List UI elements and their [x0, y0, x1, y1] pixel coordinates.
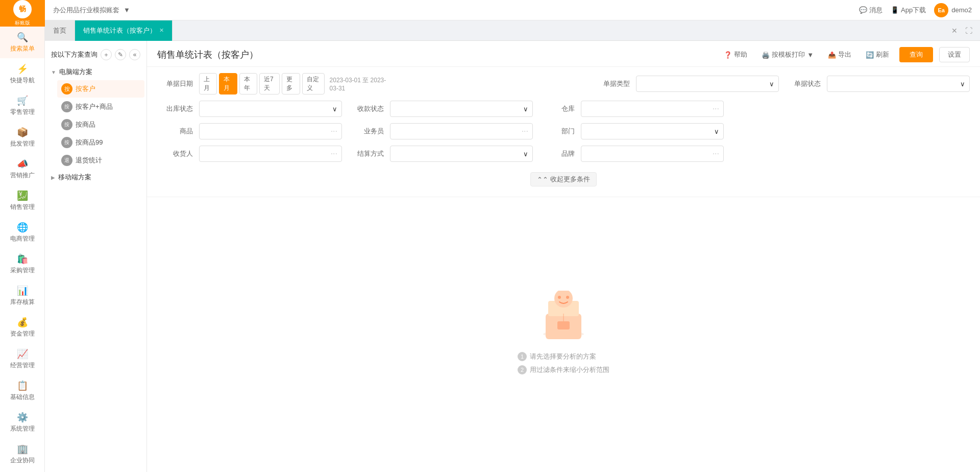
goods-input[interactable]: ···	[199, 123, 342, 139]
export-icon: 📤	[828, 51, 836, 59]
sidebar-item-operations[interactable]: 📈 经营管理	[0, 343, 44, 375]
date-btn-7days[interactable]: 近7天	[259, 73, 280, 95]
tab-bar: 首页 销售单统计表（按客户） ✕ ✕ ⛶	[45, 20, 980, 41]
user-button[interactable]: Ea demo2	[934, 3, 972, 17]
date-btn-this-month[interactable]: 本月	[219, 73, 237, 95]
svg-rect-6	[557, 321, 570, 329]
date-btn-custom[interactable]: 自定义	[302, 73, 325, 95]
brand-input[interactable]: ···	[581, 146, 724, 162]
collect-status-arrow-icon: ∨	[523, 105, 528, 113]
page-header: 销售单统计表（按客户） ❓ 帮助 🖨️ 按模板打印 ▼ 📤 导出	[147, 41, 980, 67]
tree-child-goods99[interactable]: 按 按商品99	[57, 134, 144, 151]
tree-child-customer[interactable]: 按 按客户	[57, 80, 144, 98]
tree-child-return[interactable]: 退 退货统计	[57, 152, 144, 169]
sidebar-base-label: 基础信息	[10, 393, 35, 402]
refresh-button[interactable]: 🔄 刷新	[862, 48, 893, 61]
sidebar-wholesale-label: 批发管理	[10, 139, 35, 148]
left-panel: 按以下方案查询 ＋ ✎ « ▼ 电脑端方案 按 按客户	[45, 41, 147, 472]
order-type-select[interactable]: ∨	[636, 76, 779, 92]
breadcrumb-arrow-icon[interactable]: ▼	[124, 6, 130, 14]
message-icon: 💬	[859, 6, 867, 14]
panel-actions: ＋ ✎ «	[101, 49, 140, 60]
date-btn-last-month[interactable]: 上月	[199, 73, 217, 95]
tree-child-goods99-label: 按商品99	[76, 138, 103, 147]
sidebar-item-shortcut[interactable]: ⚡ 快捷导航	[0, 58, 44, 90]
sidebar-item-marketing[interactable]: 📣 营销推广	[0, 153, 44, 185]
tree-child-customer-goods-label: 按客户+商品	[76, 102, 113, 111]
receiver-input[interactable]: ···	[199, 146, 342, 162]
staff-input[interactable]: ···	[390, 123, 533, 139]
tree-parent-mobile[interactable]: ▶ 移动端方案	[45, 170, 146, 185]
filter-row-date: 单据日期 上月 本月 本年 近7天 更多 自定义 2023-03-01 至 20…	[157, 73, 970, 95]
sidebar-purchase-label: 采购管理	[10, 266, 35, 275]
help-button[interactable]: ❓ 帮助	[720, 48, 751, 61]
avatar: Ea	[934, 3, 948, 17]
sidebar-item-wholesale[interactable]: 📦 批发管理	[0, 122, 44, 153]
sidebar-item-inventory[interactable]: 📊 库存核算	[0, 280, 44, 312]
message-label: 消息	[869, 6, 883, 15]
sidebar: 畅 标账版 🔍 搜索菜单 ⚡ 快捷导航 🛒 零售管理 📦 批发管理 📣 营销推广…	[0, 0, 45, 472]
settlement-select[interactable]: ∨	[390, 146, 533, 162]
hint-text-1: 请先选择要分析的方案	[530, 352, 596, 361]
sidebar-inventory-label: 库存核算	[10, 298, 35, 306]
panel-title: 按以下方案查询	[51, 50, 97, 59]
sidebar-item-system[interactable]: ⚙️ 系统管理	[0, 407, 44, 438]
app-download-button[interactable]: 📱 App下载	[891, 6, 926, 15]
sidebar-finance-label: 资金管理	[10, 329, 35, 338]
edit-scheme-button[interactable]: ✎	[115, 49, 126, 60]
sidebar-item-sales[interactable]: 💹 销售管理	[0, 185, 44, 217]
window-close-button[interactable]: ✕	[949, 26, 960, 36]
top-header: 办公用品行业模拟账套 ▼ 💬 消息 📱 App下载 Ea demo2	[45, 0, 980, 20]
app-icon: 📱	[891, 6, 899, 14]
inventory-icon: 📊	[17, 285, 28, 296]
out-status-select[interactable]: ∨	[199, 101, 342, 117]
department-select[interactable]: ∨	[581, 123, 724, 139]
tab-close-icon[interactable]: ✕	[159, 27, 164, 34]
tree-parent-desktop[interactable]: ▼ 电脑端方案	[45, 64, 146, 80]
sidebar-item-base[interactable]: 📋 基础信息	[0, 375, 44, 407]
window-maximize-button[interactable]: ⛶	[964, 26, 974, 36]
order-status-select[interactable]: ∨	[827, 76, 970, 92]
tree-parent-mobile-label: 移动端方案	[58, 173, 91, 182]
tree-child-goods[interactable]: 按 按商品	[57, 116, 144, 133]
message-button[interactable]: 💬 消息	[859, 6, 883, 15]
sidebar-item-finance[interactable]: 💰 资金管理	[0, 312, 44, 343]
tab-home[interactable]: 首页	[45, 20, 75, 41]
print-label: 按模板打印	[772, 50, 805, 59]
department-label: 部门	[539, 127, 575, 136]
settings-button[interactable]: 设置	[939, 47, 970, 62]
collapse-panel-button[interactable]: «	[129, 49, 140, 60]
date-range: 2023-03-01 至 2023-03-31	[330, 76, 390, 92]
add-scheme-button[interactable]: ＋	[101, 49, 112, 60]
warehouse-input[interactable]: ···	[581, 101, 724, 117]
shortcut-icon: ⚡	[17, 63, 28, 75]
sidebar-item-search[interactable]: 🔍 搜索菜单	[0, 27, 44, 58]
sidebar-item-ecommerce[interactable]: 🌐 电商管理	[0, 217, 44, 248]
finance-icon: 💰	[17, 317, 28, 328]
date-buttons: 上月 本月 本年 近7天 更多 自定义	[199, 73, 325, 95]
sidebar-item-purchase[interactable]: 🛍️ 采购管理	[0, 248, 44, 280]
sidebar-item-retail[interactable]: 🛒 零售管理	[0, 90, 44, 122]
order-type-arrow-icon: ∨	[769, 80, 774, 88]
right-panel: 销售单统计表（按客户） ❓ 帮助 🖨️ 按模板打印 ▼ 📤 导出	[147, 41, 980, 472]
tree-children-desktop: 按 按客户 按 按客户+商品 按 按商品 按 按商品99	[45, 80, 146, 169]
date-btn-this-year[interactable]: 本年	[239, 73, 257, 95]
empty-state: 1 请先选择要分析的方案 2 用过滤条件来缩小分析范围	[147, 197, 980, 472]
tab-sales-stats[interactable]: 销售单统计表（按客户） ✕	[75, 20, 173, 41]
export-button[interactable]: 📤 导出	[824, 48, 855, 61]
print-icon: 🖨️	[762, 51, 770, 59]
warehouse-dots-icon: ···	[713, 104, 719, 113]
print-button[interactable]: 🖨️ 按模板打印 ▼	[757, 48, 818, 61]
purchase-icon: 🛍️	[17, 253, 28, 265]
tab-sales-stats-label: 销售单统计表（按客户）	[83, 26, 156, 35]
tree-section-mobile: ▶ 移动端方案	[45, 170, 146, 185]
collapse-button[interactable]: ⌃⌃ 收起更多条件	[530, 172, 597, 186]
date-btn-more[interactable]: 更多	[282, 73, 300, 95]
query-button[interactable]: 查询	[899, 47, 933, 62]
tree-child-customer-label: 按客户	[76, 84, 95, 93]
tree-child-customer-goods[interactable]: 按 按客户+商品	[57, 98, 144, 115]
receiver-dots-icon: ···	[331, 149, 337, 158]
collect-status-select[interactable]: ∨	[390, 101, 533, 117]
sidebar-item-enterprise[interactable]: 🏢 企业协同	[0, 438, 44, 470]
sidebar-item-newbie[interactable]: 🔰 新手引导	[0, 470, 44, 472]
